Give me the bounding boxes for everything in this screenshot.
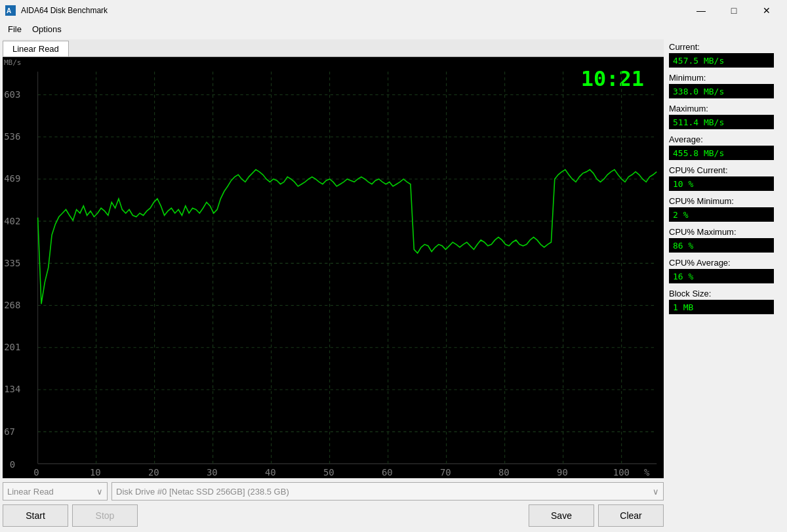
svg-text:100: 100	[613, 466, 630, 477]
stat-minimum-label: Minimum:	[669, 73, 784, 83]
title-bar-left: A AIDA64 Disk Benchmark	[5, 5, 108, 16]
svg-text:70: 70	[440, 466, 451, 477]
svg-text:60: 60	[382, 466, 393, 477]
maximize-button[interactable]: □	[719, 3, 749, 18]
svg-text:603: 603	[4, 89, 20, 100]
stat-minimum: Minimum: 338.0 MB/s	[669, 73, 784, 98]
svg-text:201: 201	[4, 342, 20, 352]
stat-cpu-maximum-value: 86 %	[669, 238, 774, 253]
stat-average: Average: 455.8 MB/s	[669, 134, 784, 160]
chart-svg: 603 536 469 402 335 268 201 134 67 0 0 1…	[3, 57, 664, 478]
app-title: AIDA64 Disk Benchmark	[21, 6, 108, 15]
main-container: Linear Read MB/s 10:21	[0, 37, 787, 532]
stat-cpu-maximum-label: CPU% Maximum:	[669, 227, 784, 237]
stat-block-size-label: Block Size:	[669, 289, 784, 298]
tab-linear-read[interactable]: Linear Read	[3, 41, 69, 56]
svg-text:20: 20	[148, 466, 159, 477]
svg-text:A: A	[7, 7, 11, 14]
stat-cpu-current: CPU% Current: 10 %	[669, 165, 784, 191]
svg-text:268: 268	[4, 300, 20, 310]
stat-cpu-minimum: CPU% Minimum: 2 %	[669, 196, 784, 222]
bottom-row1: Linear Read ∨ Disk Drive #0 [Netac SSD 2…	[3, 482, 664, 501]
bottom-bar: Linear Read ∨ Disk Drive #0 [Netac SSD 2…	[3, 478, 664, 529]
svg-text:469: 469	[4, 173, 20, 184]
clear-button[interactable]: Clear	[598, 504, 664, 527]
svg-text:402: 402	[4, 215, 20, 226]
svg-text:536: 536	[4, 131, 20, 142]
left-panel: Linear Read MB/s 10:21	[3, 39, 664, 529]
stat-cpu-minimum-label: CPU% Minimum:	[669, 196, 784, 206]
svg-text:0: 0	[33, 466, 39, 477]
stat-minimum-value: 338.0 MB/s	[669, 84, 774, 98]
stat-average-value: 455.8 MB/s	[669, 146, 774, 160]
start-button[interactable]: Start	[3, 504, 68, 527]
save-button[interactable]: Save	[529, 504, 594, 527]
stat-maximum-label: Maximum:	[669, 104, 784, 113]
stat-cpu-minimum-value: 2 %	[669, 207, 774, 222]
drive-select[interactable]: Disk Drive #0 [Netac SSD 256GB] (238.5 G…	[111, 482, 664, 501]
svg-text:%: %	[644, 466, 650, 477]
bottom-row2: Start Stop Save Clear	[3, 504, 664, 527]
stat-current-value: 457.5 MB/s	[669, 53, 774, 68]
stat-current-label: Current:	[669, 42, 784, 52]
menu-options[interactable]: Options	[27, 23, 67, 35]
svg-text:50: 50	[323, 466, 334, 477]
stat-cpu-maximum: CPU% Maximum: 86 %	[669, 227, 784, 253]
chart-container: MB/s 10:21	[3, 57, 664, 478]
stat-average-label: Average:	[669, 134, 784, 144]
right-panel: Current: 457.5 MB/s Minimum: 338.0 MB/s …	[666, 39, 784, 529]
close-button[interactable]: ✕	[752, 3, 782, 18]
stat-current: Current: 457.5 MB/s	[669, 42, 784, 68]
stat-maximum-value: 511.4 MB/s	[669, 115, 774, 129]
stat-cpu-average-value: 16 %	[669, 269, 774, 283]
svg-text:67: 67	[4, 426, 15, 436]
svg-text:30: 30	[207, 466, 218, 477]
stat-maximum: Maximum: 511.4 MB/s	[669, 104, 784, 129]
svg-text:90: 90	[557, 466, 568, 477]
title-bar: A AIDA64 Disk Benchmark — □ ✕	[0, 0, 787, 21]
stat-cpu-average: CPU% Average: 16 %	[669, 258, 784, 283]
stop-button[interactable]: Stop	[72, 504, 138, 527]
svg-text:10: 10	[90, 466, 101, 477]
window-controls: — □ ✕	[686, 3, 782, 18]
tab-bar: Linear Read	[3, 39, 664, 57]
chart-inner: MB/s 10:21	[3, 57, 664, 478]
svg-text:80: 80	[498, 466, 510, 477]
menu-file[interactable]: File	[3, 23, 27, 35]
benchmark-select[interactable]: Linear Read ∨	[3, 482, 108, 501]
minimize-button[interactable]: —	[686, 3, 716, 18]
stat-cpu-current-value: 10 %	[669, 176, 774, 191]
svg-text:40: 40	[265, 466, 276, 477]
stat-cpu-current-label: CPU% Current:	[669, 165, 784, 175]
stat-block-size: Block Size: 1 MB	[669, 289, 784, 314]
svg-text:134: 134	[4, 384, 20, 394]
app-icon: A	[5, 5, 16, 16]
svg-text:0: 0	[10, 459, 15, 470]
svg-text:335: 335	[4, 258, 20, 268]
menu-bar: File Options	[0, 21, 787, 37]
stat-block-size-value: 1 MB	[669, 300, 774, 314]
stat-cpu-average-label: CPU% Average:	[669, 258, 784, 268]
